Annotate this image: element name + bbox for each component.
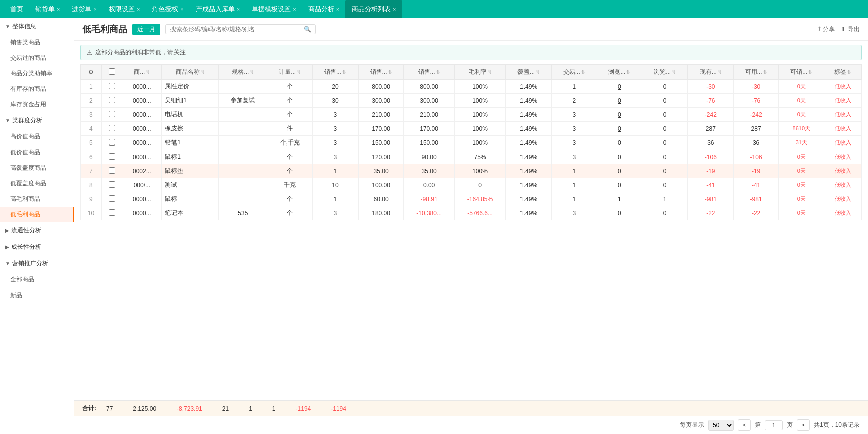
share-button[interactable]: ⤴ 分享 (818, 25, 835, 34)
search-input[interactable] (170, 26, 302, 33)
row-checkbox[interactable] (101, 122, 122, 136)
select-all-checkbox[interactable] (109, 68, 115, 75)
browse-count-1[interactable]: 0 (597, 80, 642, 94)
row-select-checkbox[interactable] (109, 111, 115, 117)
browse-count-1[interactable]: 0 (597, 178, 642, 192)
browse-link-1[interactable]: 1 (618, 196, 621, 203)
col-header-coverage[interactable]: 覆盖...⇅ (506, 65, 552, 80)
row-checkbox[interactable] (101, 80, 122, 94)
col-header-settings[interactable]: ⚙ (81, 65, 102, 80)
browse-link-1[interactable]: 0 (618, 125, 621, 132)
row-checkbox[interactable] (101, 94, 122, 108)
close-tab-icon[interactable]: × (393, 6, 396, 12)
nav-item-角色授权[interactable]: 角色授权× (146, 0, 189, 18)
sidebar-group-类群度分析[interactable]: ▼类群度分析 (0, 112, 74, 129)
row-checkbox[interactable] (101, 178, 122, 192)
row-select-checkbox[interactable] (109, 153, 115, 160)
col-header-sales_price[interactable]: 销售...⇅ (358, 65, 404, 80)
row-checkbox[interactable] (101, 136, 122, 150)
col-header-checkbox[interactable] (101, 65, 122, 80)
sidebar-item-有库存的商品[interactable]: 有库存的商品 (0, 81, 74, 97)
col-header-tag_label[interactable]: 标签⇅ (824, 65, 862, 80)
filter-button[interactable]: 近一月 (132, 24, 160, 35)
col-header-browse2[interactable]: 浏览...⇅ (642, 65, 688, 80)
sidebar-item-高覆盖度商品[interactable]: 高覆盖度商品 (0, 160, 74, 176)
row-select-checkbox[interactable] (109, 167, 115, 174)
row-checkbox[interactable] (101, 192, 122, 206)
sidebar-item-销售类商品[interactable]: 销售类商品 (0, 35, 74, 50)
browse-link-1[interactable]: 0 (618, 168, 621, 175)
sidebar-item-低毛利商品[interactable]: 低毛利商品 (0, 207, 74, 222)
col-header-sales_profit[interactable]: 销售...⇅ (404, 65, 454, 80)
export-button[interactable]: ⬆ 导出 (841, 25, 860, 34)
row-checkbox[interactable] (101, 206, 122, 220)
sidebar-group-成长性分析[interactable]: ▶成长性分析 (0, 239, 74, 255)
sidebar-item-全部商品[interactable]: 全部商品 (0, 272, 74, 287)
next-page-button[interactable]: ＞ (797, 419, 810, 431)
col-header-spec[interactable]: 规格...⇅ (219, 65, 267, 80)
sidebar-item-商品分类助销率[interactable]: 商品分类助销率 (0, 66, 74, 81)
nav-item-首页[interactable]: 首页 (4, 0, 29, 18)
browse-count-1[interactable]: 0 (597, 94, 642, 108)
col-header-gross_rate[interactable]: 毛利率⇅ (454, 65, 505, 80)
col-header-current_stock[interactable]: 现有...⇅ (688, 65, 734, 80)
nav-item-销货单[interactable]: 销货单× (29, 0, 66, 18)
row-select-checkbox[interactable] (109, 125, 115, 131)
nav-item-进货单[interactable]: 进货单× (66, 0, 102, 18)
browse-count-1[interactable]: 0 (597, 108, 642, 122)
browse-link-1[interactable]: 0 (618, 111, 621, 118)
col-header-browse1[interactable]: 浏览...⇅ (597, 65, 642, 80)
browse-link-1[interactable]: 0 (618, 210, 621, 217)
close-tab-icon[interactable]: × (293, 6, 296, 12)
sidebar-item-高价值商品[interactable]: 高价值商品 (0, 129, 74, 144)
col-header-transaction[interactable]: 交易...⇅ (551, 65, 597, 80)
browse-count-1[interactable]: 0 (597, 164, 642, 178)
browse-link-1[interactable]: 0 (618, 182, 621, 189)
browse-count-1[interactable]: 0 (597, 122, 642, 136)
close-tab-icon[interactable]: × (180, 6, 183, 12)
settings-icon[interactable]: ⚙ (88, 69, 94, 76)
sidebar-group-整体信息[interactable]: ▼整体信息 (0, 18, 74, 35)
row-select-checkbox[interactable] (109, 195, 115, 202)
row-select-checkbox[interactable] (109, 209, 115, 216)
browse-count-1[interactable]: 1 (597, 192, 642, 206)
row-checkbox[interactable] (101, 150, 122, 164)
row-select-checkbox[interactable] (109, 181, 115, 188)
sidebar-group-营销推广分析[interactable]: ▼营销推广分析 (0, 255, 74, 272)
browse-link-1[interactable]: 0 (618, 97, 621, 104)
sidebar-item-新品[interactable]: 新品 (0, 287, 74, 303)
browse-link-1[interactable]: 0 (618, 139, 621, 147)
row-select-checkbox[interactable] (109, 83, 115, 89)
sidebar-item-交易过的商品[interactable]: 交易过的商品 (0, 50, 74, 66)
close-tab-icon[interactable]: × (336, 6, 339, 12)
close-tab-icon[interactable]: × (93, 6, 96, 12)
nav-item-商品分析[interactable]: 商品分析× (302, 0, 345, 18)
col-header-available[interactable]: 可用...⇅ (733, 65, 779, 80)
browse-link-1[interactable]: 0 (618, 83, 621, 90)
row-checkbox[interactable] (101, 108, 122, 122)
sidebar-group-流通性分析[interactable]: ▶流通性分析 (0, 222, 74, 239)
close-tab-icon[interactable]: × (57, 6, 60, 12)
browse-link-1[interactable]: 0 (618, 154, 621, 161)
browse-count-1[interactable]: 0 (597, 150, 642, 164)
browse-count-1[interactable]: 0 (597, 206, 642, 220)
sidebar-item-高毛利商品[interactable]: 高毛利商品 (0, 191, 74, 207)
browse-count-1[interactable]: 0 (597, 136, 642, 150)
row-checkbox[interactable] (101, 164, 122, 178)
col-header-saleable[interactable]: 可销...⇅ (779, 65, 824, 80)
nav-item-权限设置[interactable]: 权限设置× (103, 0, 146, 18)
sidebar-item-库存资金占用[interactable]: 库存资金占用 (0, 97, 74, 112)
row-select-checkbox[interactable] (109, 139, 115, 146)
sidebar-item-低覆盖度商品[interactable]: 低覆盖度商品 (0, 176, 74, 191)
close-tab-icon[interactable]: × (237, 6, 240, 12)
close-tab-icon[interactable]: × (137, 6, 140, 12)
nav-item-产成品入库单[interactable]: 产成品入库单× (190, 0, 246, 18)
nav-item-单据模板设置[interactable]: 单据模板设置× (246, 0, 302, 18)
col-header-unit[interactable]: 计量...⇅ (267, 65, 313, 80)
row-select-checkbox[interactable] (109, 97, 115, 103)
prev-page-button[interactable]: ＜ (738, 419, 751, 431)
col-header-sales_qty[interactable]: 销售...⇅ (313, 65, 359, 80)
page-number-input[interactable] (765, 420, 783, 430)
nav-item-商品分析列表[interactable]: 商品分析列表× (345, 0, 402, 18)
sidebar-item-低价值商品[interactable]: 低价值商品 (0, 144, 74, 160)
